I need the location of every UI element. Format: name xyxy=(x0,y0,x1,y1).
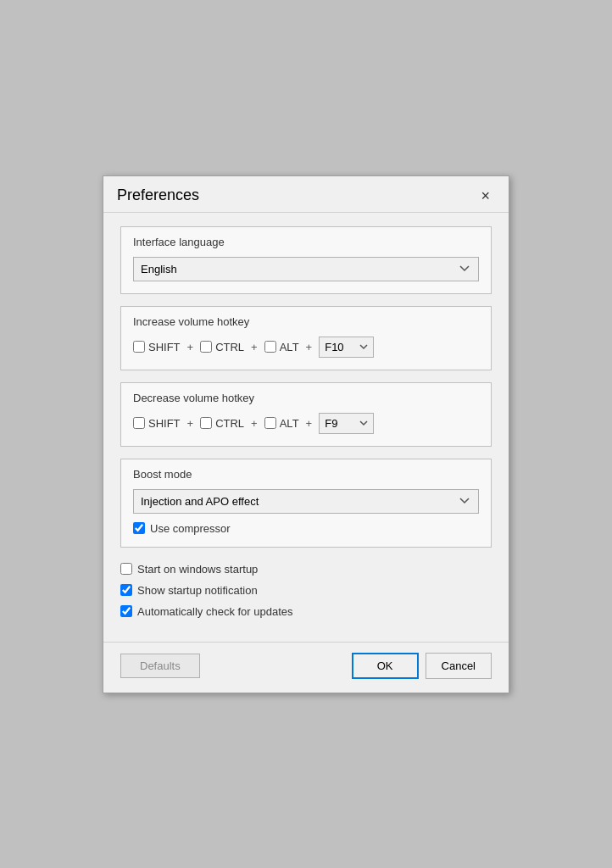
increase-key-select[interactable]: F1 F2 F3 F4 F5 F6 F7 F8 F9 F10 F11 F12 xyxy=(319,337,374,358)
increase-ctrl-checkbox[interactable] xyxy=(200,341,212,353)
interface-language-label: Interface language xyxy=(133,236,479,248)
decrease-hotkey-label: Decrease volume hotkey xyxy=(133,392,479,404)
decrease-alt-checkbox[interactable] xyxy=(264,417,276,429)
decrease-ctrl-label: CTRL xyxy=(215,417,244,430)
decrease-ctrl-checkbox[interactable] xyxy=(200,417,212,429)
standalone-checkboxes: Start on windows startup Show startup no… xyxy=(120,559,492,625)
interface-language-section: Interface language English German French… xyxy=(120,226,492,294)
interface-language-select[interactable]: English German French Spanish Russian xyxy=(133,257,479,281)
increase-plus-1: + xyxy=(187,341,194,353)
startup-label: Start on windows startup xyxy=(137,563,258,576)
increase-shift-label: SHIFT xyxy=(148,341,181,353)
increase-alt-label: ALT xyxy=(280,341,299,353)
title-bar: Preferences × xyxy=(103,176,509,213)
decrease-shift-label: SHIFT xyxy=(148,417,181,430)
ok-button[interactable]: OK xyxy=(352,653,419,679)
cancel-button[interactable]: Cancel xyxy=(426,653,492,679)
decrease-plus-1: + xyxy=(187,417,194,430)
decrease-shift-item: SHIFT xyxy=(133,417,181,430)
auto-update-row[interactable]: Automatically check for updates xyxy=(120,605,492,618)
increase-plus-2: + xyxy=(251,341,258,353)
decrease-plus-2: + xyxy=(251,417,258,430)
defaults-button[interactable]: Defaults xyxy=(120,654,200,678)
increase-plus-3: + xyxy=(306,341,313,353)
use-compressor-label: Use compressor xyxy=(150,522,231,535)
dialog-title: Preferences xyxy=(117,186,199,204)
increase-alt-checkbox[interactable] xyxy=(264,341,276,353)
startup-row[interactable]: Start on windows startup xyxy=(120,563,492,576)
decrease-alt-label: ALT xyxy=(280,417,299,430)
decrease-key-select[interactable]: F1 F2 F3 F4 F5 F6 F7 F8 F9 F10 F11 F12 xyxy=(319,413,374,434)
increase-hotkey-label: Increase volume hotkey xyxy=(133,315,479,328)
decrease-alt-item: ALT xyxy=(264,417,299,430)
dialog-footer: Defaults OK Cancel xyxy=(103,642,509,693)
increase-ctrl-label: CTRL xyxy=(215,341,244,353)
decrease-shift-checkbox[interactable] xyxy=(133,417,145,429)
startup-notification-label: Show startup notification xyxy=(137,584,258,597)
increase-ctrl-item: CTRL xyxy=(200,341,244,353)
increase-hotkey-section: Increase volume hotkey SHIFT + CTRL + AL… xyxy=(120,306,492,370)
preferences-dialog: Preferences × Interface language English… xyxy=(103,175,509,693)
increase-shift-item: SHIFT xyxy=(133,341,181,353)
startup-notification-row[interactable]: Show startup notification xyxy=(120,584,492,597)
decrease-plus-3: + xyxy=(306,417,313,430)
auto-update-label: Automatically check for updates xyxy=(137,605,293,618)
decrease-ctrl-item: CTRL xyxy=(200,417,244,430)
decrease-hotkey-row: SHIFT + CTRL + ALT + F1 F2 F3 F4 xyxy=(133,413,479,434)
boost-mode-label: Boost mode xyxy=(133,468,479,481)
increase-alt-item: ALT xyxy=(264,341,299,353)
startup-checkbox[interactable] xyxy=(120,563,132,575)
use-compressor-checkbox[interactable] xyxy=(133,522,145,534)
boost-mode-select[interactable]: Injection and APO effect Injection only … xyxy=(133,489,479,514)
dialog-content: Interface language English German French… xyxy=(103,213,509,638)
close-button[interactable]: × xyxy=(476,186,495,205)
boost-mode-section: Boost mode Injection and APO effect Inje… xyxy=(120,459,492,548)
footer-right-buttons: OK Cancel xyxy=(352,653,492,679)
increase-hotkey-row: SHIFT + CTRL + ALT + F1 F2 F3 F4 xyxy=(133,337,479,358)
auto-update-checkbox[interactable] xyxy=(120,605,132,617)
increase-shift-checkbox[interactable] xyxy=(133,341,145,353)
decrease-hotkey-section: Decrease volume hotkey SHIFT + CTRL + AL… xyxy=(120,382,492,447)
use-compressor-row[interactable]: Use compressor xyxy=(133,522,479,535)
startup-notification-checkbox[interactable] xyxy=(120,584,132,596)
